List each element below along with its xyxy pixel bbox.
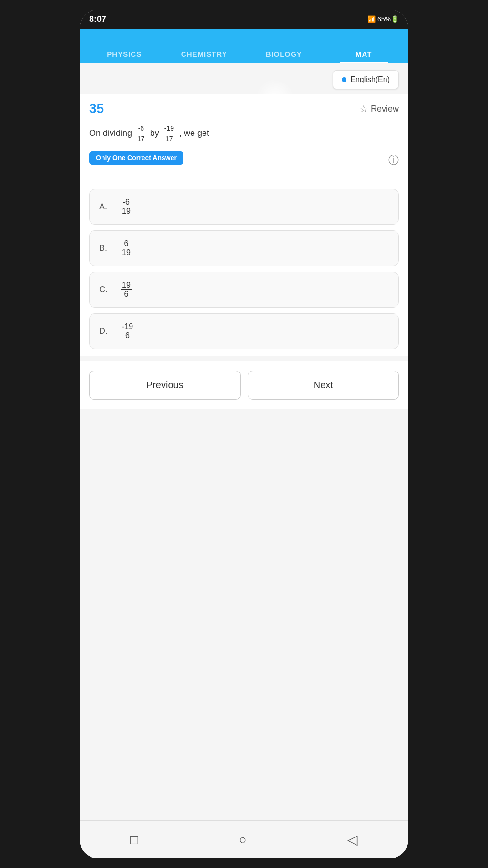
option-c-value: 19 6 [121,281,132,299]
option-a-value: -6 19 [121,198,132,216]
option-c-num: 19 [121,281,132,290]
question-header: 35 ☆ Review [89,101,399,116]
tab-bar: PHYSICS CHEMISTRY BIOLOGY MAT [80,29,408,63]
info-icon[interactable]: ⓘ [388,153,399,167]
tab-chemistry[interactable]: CHEMISTRY [164,45,244,63]
language-button[interactable]: English(En) [333,70,399,89]
option-b-label: B. [99,243,113,253]
back-icon[interactable]: ◁ [343,827,363,852]
option-b[interactable]: B. 6 19 [89,230,399,266]
fraction2-numerator: -19 [163,124,175,134]
square-icon[interactable]: □ [125,827,143,852]
option-a-label: A. [99,202,113,212]
option-d-den: 6 [124,331,131,340]
option-b-value: 6 19 [121,239,132,257]
tab-biology[interactable]: BIOLOGY [244,45,324,63]
answer-type-badge: Only One Correct Answer [89,151,183,165]
question-text: On dividing -6 17 by -19 17 , we get [89,124,399,144]
option-d-num: -19 [121,322,134,331]
option-c-label: C. [99,285,113,295]
options-container: A. -6 19 B. 6 19 C. 19 6 [80,186,408,356]
option-c-den: 6 [122,290,130,299]
home-icon[interactable]: ○ [234,827,252,852]
language-label: English(En) [350,75,390,84]
language-area: English(En) [80,63,408,94]
option-b-den: 19 [121,248,132,257]
review-button[interactable]: ☆ Review [359,103,399,114]
status-bar: 8:07 📶 65%🔋 [80,10,408,29]
question-text-suffix: , we get [179,128,209,138]
option-d-label: D. [99,326,113,336]
tab-physics[interactable]: PHYSICS [84,45,164,63]
star-icon: ☆ [359,103,368,114]
fraction2: -19 17 [163,124,175,144]
language-dot-icon [342,77,346,82]
fraction1: -6 17 [136,124,146,144]
status-time: 8:07 [89,14,106,24]
option-a-num: -6 [122,198,131,207]
phone-frame: 8:07 📶 65%🔋 PHYSICS CHEMISTRY BIOLOGY MA… [80,10,408,858]
next-button[interactable]: Next [248,371,399,400]
bottom-nav: □ ○ ◁ [80,820,408,858]
question-text-mid: by [150,128,159,138]
fraction1-denominator: 17 [136,134,146,144]
divider [89,172,399,172]
option-d[interactable]: D. -19 6 [89,313,399,349]
battery-icon: 📶 65%🔋 [367,15,399,23]
tab-math[interactable]: MAT [324,45,404,63]
nav-buttons: Previous Next [80,361,408,409]
review-label: Review [371,104,399,114]
main-content: English(En) 35 ☆ Review On dividing -6 1… [80,63,408,820]
option-a-den: 19 [121,207,132,216]
fraction1-numerator: -6 [137,124,145,134]
option-a[interactable]: A. -6 19 [89,189,399,225]
option-b-num: 6 [122,239,130,248]
question-text-prefix: On dividing [89,128,132,138]
previous-button[interactable]: Previous [89,371,241,400]
question-number: 35 [89,101,104,116]
option-c[interactable]: C. 19 6 [89,272,399,308]
question-container: 35 ☆ Review On dividing -6 17 by -19 17 … [80,94,408,186]
fraction2-denominator: 17 [164,134,174,144]
status-icons: 📶 65%🔋 [367,15,399,23]
option-d-value: -19 6 [121,322,134,340]
